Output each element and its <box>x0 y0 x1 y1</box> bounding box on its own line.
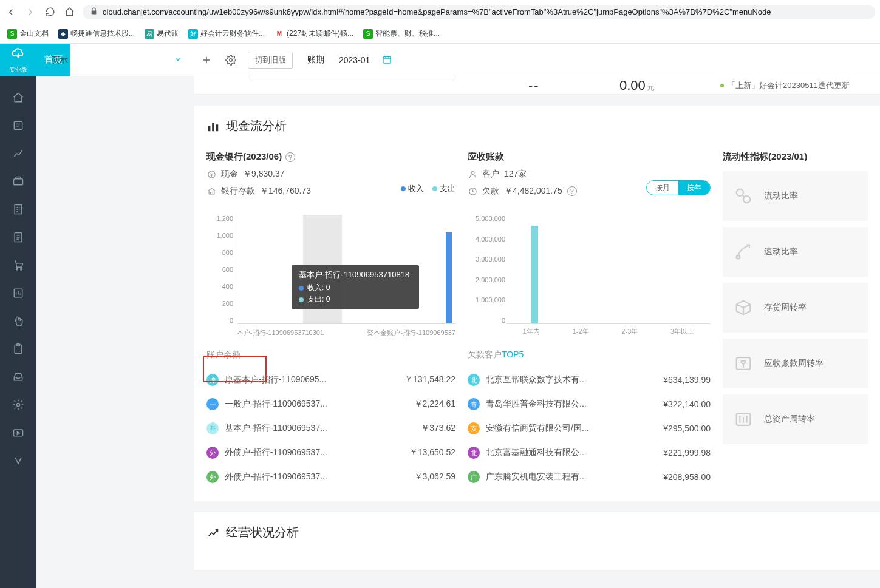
legend-expense: 支出 <box>432 183 455 194</box>
nav-home-icon[interactable] <box>0 84 36 112</box>
top5-title: 欠款客户TOP5 <box>468 350 711 360</box>
switch-old-button[interactable]: 切到旧版 <box>248 52 293 69</box>
indicator-card[interactable]: 应收账款周转率 <box>723 339 868 388</box>
account-name: 一般户-招行-1109069537... <box>225 399 408 410</box>
logo[interactable]: 专业版 <box>0 44 36 76</box>
main-content: -- 0.00 元 「上新」好会计20230511迭代更新 现金流分析 <box>36 76 880 588</box>
period-toggle: 按月 按年 <box>646 180 711 195</box>
address-bar[interactable]: cloud.chanjet.com/accounting/uw1eb00zy96… <box>83 5 875 19</box>
account-value: ￥3,062.59 <box>414 471 456 482</box>
indicator-label: 存货周转率 <box>764 302 807 313</box>
customer-name: 北京富基融通科技有限公... <box>486 447 657 458</box>
nav-clipboard-icon[interactable] <box>0 335 36 363</box>
back-button[interactable] <box>5 6 17 18</box>
svg-point-21 <box>737 255 740 259</box>
indicator-label: 应收账款周转率 <box>764 358 824 369</box>
nav-hand-icon[interactable] <box>0 307 36 335</box>
svg-point-20 <box>743 196 750 203</box>
org-selector[interactable]: 演示 <box>44 49 189 71</box>
nav-settings-icon[interactable] <box>0 391 36 419</box>
indicator-icon <box>731 407 756 431</box>
nav-wallet-icon[interactable] <box>0 167 36 195</box>
indicator-card[interactable]: 流动比率 <box>723 171 868 221</box>
account-name: 外债户-招行-1109069537... <box>225 471 408 482</box>
cash-flow-panel: 现金流分析 现金银行(2023/06) ? <box>194 106 880 501</box>
bookmark-item[interactable]: S智能票、财、税推... <box>363 29 440 39</box>
svg-rect-12 <box>383 56 391 63</box>
period-value: 2023-01 <box>339 55 370 65</box>
account-row[interactable]: 外 外债户-招行-1109069537... ￥13,650.52 <box>206 441 455 465</box>
bookmark-item[interactable]: 易易代账 <box>145 29 179 39</box>
help-icon[interactable]: ? <box>285 152 295 162</box>
deposit-value: ￥146,760.73 <box>260 186 311 197</box>
nav-cart-icon[interactable] <box>0 251 36 279</box>
indicator-icon <box>731 296 756 320</box>
nav-video-icon[interactable] <box>0 419 36 447</box>
nav-doc-icon[interactable] <box>0 223 36 251</box>
period-label: 账期 <box>307 55 324 66</box>
customer-value: ¥634,139.99 <box>663 375 711 385</box>
toggle-year[interactable]: 按年 <box>678 181 710 195</box>
nav-report-icon[interactable] <box>0 279 36 307</box>
customer-row[interactable]: 青 青岛华胜普金科技有限公... ¥322,140.00 <box>468 392 711 416</box>
lock-icon <box>90 7 98 17</box>
calendar-icon[interactable] <box>382 55 392 66</box>
bookmark-item[interactable]: S金山文档 <box>7 29 49 39</box>
indicator-card[interactable]: 总资产周转率 <box>723 394 868 444</box>
account-row[interactable]: 基 基本户-招行-1109069537... ￥373.62 <box>206 416 455 441</box>
customer-row[interactable]: 安 安徽有信商贸有限公司/国... ¥295,500.00 <box>468 416 711 441</box>
chart-tooltip: 基本户-招行-110906953710818 收入: 0 支出: 0 <box>292 265 419 309</box>
nav-v-icon[interactable] <box>0 447 36 475</box>
svg-point-19 <box>737 189 743 196</box>
indicator-card[interactable]: 速动比率 <box>723 227 868 277</box>
forward-button[interactable] <box>24 6 36 18</box>
dash-value: -- <box>528 78 540 93</box>
nav-ledger-icon[interactable] <box>0 112 36 140</box>
account-row[interactable]: 外 外债户-招行-1109069537... ￥3,062.59 <box>206 465 455 489</box>
news-item[interactable]: 「上新」好会计20230511迭代更新 <box>720 80 850 91</box>
section-title: 经营状况分析 <box>206 524 868 541</box>
account-value: ￥131,548.22 <box>404 374 455 385</box>
nav-building-icon[interactable] <box>0 195 36 223</box>
indicator-label: 总资产周转率 <box>764 414 815 425</box>
customer-badge: 安 <box>468 422 480 434</box>
bank-icon <box>206 186 216 196</box>
home-button[interactable] <box>63 6 75 18</box>
deposit-label: 银行存款 <box>221 186 255 197</box>
account-row[interactable]: 一 一般户-招行-1109069537... ￥2,224.61 <box>206 392 455 416</box>
reload-button[interactable] <box>44 6 56 18</box>
customer-value: ¥322,140.00 <box>663 399 711 409</box>
nav-inbox-icon[interactable] <box>0 363 36 391</box>
url-text: cloud.chanjet.com/accounting/uw1eb00zy96… <box>103 7 868 16</box>
owe-icon <box>468 186 477 196</box>
bookmark-item[interactable]: M(227封未读邮件)畅... <box>275 29 353 39</box>
account-badge: 外 <box>206 471 219 483</box>
receivables-title: 应收账款 <box>468 151 577 163</box>
indicator-label: 速动比率 <box>764 246 798 257</box>
add-button[interactable] <box>199 53 214 67</box>
svg-rect-15 <box>216 124 219 131</box>
receivables-chart: 5,000,0004,000,0003,000,0002,000,0001,00… <box>468 215 711 336</box>
customer-row[interactable]: 北 北京互帮联众数字技术有... ¥634,139.99 <box>468 368 711 392</box>
cash-bank-chart: 1,2001,0008006004002000 基本户-招行-110906953… <box>206 215 455 336</box>
customer-name: 广东腾安机电安装工程有... <box>486 471 657 482</box>
customer-value: ¥295,500.00 <box>663 424 711 433</box>
indicator-label: 流动比率 <box>764 191 798 201</box>
svg-rect-10 <box>14 430 23 436</box>
customer-row[interactable]: 广 广东腾安机电安装工程有... ¥208,958.00 <box>468 465 711 489</box>
bookmarks-bar: S金山文档 ◆畅捷通信息技术股... 易易代账 好好会计云财务软件... M(2… <box>0 24 880 44</box>
help-icon[interactable]: ? <box>567 186 577 196</box>
bookmark-item[interactable]: 好好会计云财务软件... <box>188 29 265 39</box>
bookmark-item[interactable]: ◆畅捷通信息技术股... <box>58 29 135 39</box>
indicator-card[interactable]: 存货周转率 <box>723 283 868 333</box>
cash-bank-column: 现金银行(2023/06) ? 现金 ￥9,830.37 <box>206 151 455 489</box>
settings-button[interactable] <box>223 53 238 67</box>
svg-point-4 <box>16 268 18 270</box>
bookmark-icon: S <box>7 29 17 39</box>
highlight-box <box>203 356 267 382</box>
receivables-column: 应收账款 客户 127家 欠款 ￥4,482,001.75 <box>468 151 711 489</box>
browser-toolbar: cloud.chanjet.com/accounting/uw1eb00zy96… <box>0 0 880 24</box>
customer-row[interactable]: 北 北京富基融通科技有限公... ¥221,999.98 <box>468 441 711 465</box>
toggle-month[interactable]: 按月 <box>647 181 678 195</box>
nav-chart-icon[interactable] <box>0 140 36 167</box>
